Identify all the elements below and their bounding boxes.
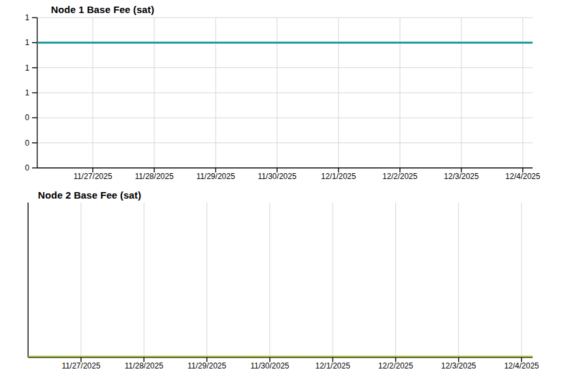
x-tick-label: 11/28/2025 — [135, 172, 173, 181]
x-tick-label: 12/1/2025 — [321, 172, 356, 181]
x-tick-label: 11/29/2025 — [196, 172, 235, 181]
x-tick-label: 12/1/2025 — [316, 361, 351, 370]
y-tick-label: 1 — [25, 38, 29, 47]
x-tick-label: 12/4/2025 — [504, 361, 539, 370]
x-tick-label: 12/2/2025 — [382, 172, 418, 181]
x-tick-label: 11/27/2025 — [61, 361, 100, 370]
node-2-base-fee-chart: Node 2 Base Fee (sat) 11/27/202511/28/20… — [0, 188, 562, 392]
node-2-chart-canvas: 11/27/202511/28/202511/29/202511/30/2025… — [0, 188, 562, 392]
y-tick-label: 0 — [25, 113, 29, 122]
y-tick-label: 1 — [25, 88, 29, 97]
x-tick-label: 12/3/2025 — [441, 361, 476, 370]
x-tick-label: 11/27/2025 — [73, 172, 112, 181]
x-tick-label: 12/3/2025 — [444, 172, 479, 181]
x-tick-label: 12/2/2025 — [378, 361, 414, 370]
x-tick-label: 11/30/2025 — [250, 361, 289, 370]
x-tick-label: 11/29/2025 — [188, 361, 226, 370]
y-tick-label: 0 — [25, 163, 29, 172]
y-tick-label: 1 — [25, 13, 29, 22]
x-tick-label: 11/30/2025 — [257, 172, 296, 181]
x-tick-label: 12/4/2025 — [505, 172, 540, 181]
node-1-chart-canvas: 111100011/27/202511/28/202511/29/202511/… — [0, 0, 562, 188]
y-tick-label: 1 — [25, 63, 29, 73]
x-tick-label: 11/28/2025 — [125, 361, 163, 370]
y-tick-label: 0 — [25, 139, 29, 148]
node-1-base-fee-chart: Node 1 Base Fee (sat) 111100011/27/20251… — [0, 0, 562, 188]
